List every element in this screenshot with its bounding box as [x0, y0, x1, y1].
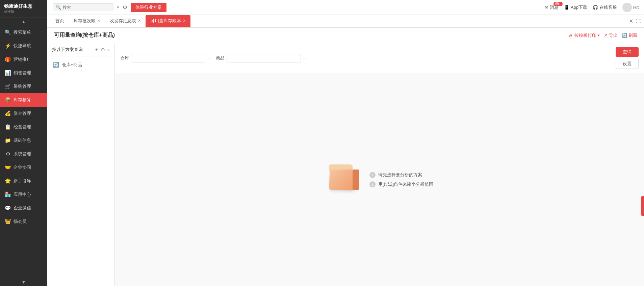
avatar-image	[622, 3, 632, 12]
print-chevron-icon: ▾	[598, 33, 600, 37]
topbar-dropdown-icon[interactable]: ▾	[117, 5, 119, 10]
print-template-button[interactable]: 🖨 按模板打印 ▾	[569, 32, 600, 38]
tab-available-ledger-label: 可用量库存账本	[150, 18, 181, 24]
filter-list: 🔄 仓库+商品	[47, 56, 114, 286]
sidebar-item-inventory[interactable]: 📦 库存核算	[0, 93, 47, 107]
sidebar-item-finance[interactable]: 💰 资金管理	[0, 107, 47, 120]
message-button[interactable]: ✉ 消息 99+	[545, 4, 559, 10]
sidebar-label-sales: 销售管理	[14, 70, 31, 76]
sidebar-item-member[interactable]: 👑 畅会员	[0, 215, 47, 228]
topbar-search-icon: 🔍	[56, 5, 61, 10]
filter-settings-icon[interactable]: ⊙	[101, 47, 105, 52]
export-label: 导出	[609, 32, 618, 38]
cooperation-icon: 🤝	[5, 164, 11, 171]
sidebar-item-purchase[interactable]: 🛒 采购管理	[0, 80, 47, 93]
refresh-label: 刷新	[628, 32, 637, 38]
refresh-icon: 🔄	[622, 33, 627, 38]
sidebar-label-search: 搜索菜单	[14, 29, 31, 35]
sidebar-label-app-center: 应用中心	[14, 191, 31, 198]
customer-service-button[interactable]: 🎧 在线客服	[593, 4, 617, 10]
sidebar-label-inventory: 库存核算	[14, 97, 31, 103]
empty-state: 1 请先选择要分析的方案 2 用[过滤]条件来缩小分析范围	[115, 73, 644, 286]
query-action-buttons: 查询 设置	[616, 47, 639, 69]
filter-item-warehouse-product[interactable]: 🔄 仓库+商品	[47, 59, 114, 71]
window-close-button[interactable]: ✕	[629, 18, 633, 24]
search-icon: 🔍	[5, 29, 11, 35]
filter-add-icon[interactable]: ＋	[94, 47, 99, 53]
tab-available-ledger-close[interactable]: ✕	[183, 19, 186, 23]
hint-text-1: 请先选择要分析的方案	[378, 172, 422, 178]
sidebar-item-marketing[interactable]: 🎁 营销推广	[0, 53, 47, 66]
customer-service-label: 在线客服	[599, 4, 617, 10]
sidebar-item-cooperation[interactable]: 🤝 企业协同	[0, 161, 47, 174]
sidebar-label-purchase: 采购管理	[14, 83, 31, 89]
newbie-icon: 🌟	[5, 178, 11, 184]
sidebar-item-newbie[interactable]: 🌟 新手引导	[0, 174, 47, 188]
sidebar-item-operations[interactable]: 📋 经营管理	[0, 120, 47, 134]
window-expand-button[interactable]: ⛶	[636, 19, 641, 24]
sidebar-item-app-center[interactable]: 🏪 应用中心	[0, 188, 47, 201]
filter-collapse-icon[interactable]: «	[107, 47, 110, 52]
sidebar-nav: 🔍 搜索菜单 ⚡ 快捷导航 🎁 营销推广 📊 销售管理 🛒 采购管理 📦 库存核…	[0, 26, 47, 278]
app-logo: 畅康通好生意 标准版	[0, 0, 47, 18]
topbar-search-box[interactable]: 🔍	[53, 3, 113, 11]
product-input[interactable]	[227, 54, 301, 62]
app-download-button[interactable]: 📱 App下载	[564, 4, 587, 10]
sidebar-item-sales[interactable]: 📊 销售管理	[0, 66, 47, 80]
topbar-gear-icon[interactable]: ⚙	[123, 4, 127, 10]
page-title: 可用量查询(按仓库+商品)	[54, 32, 115, 39]
print-template-label: 按模板打印	[574, 32, 596, 38]
app-edition: 标准版	[4, 9, 43, 14]
sidebar-scroll-down[interactable]: ▼	[0, 278, 47, 286]
empty-hint-1: 1 请先选择要分析的方案	[369, 172, 433, 178]
empty-hints: 1 请先选择要分析的方案 2 用[过滤]条件来缩小分析范围	[369, 172, 433, 187]
page-actions: 🖨 按模板打印 ▾ ↗ 导出 🔄 刷新	[569, 32, 637, 38]
sidebar-label-operations: 经营管理	[14, 124, 31, 130]
sidebar-scroll-up[interactable]: ▲	[0, 18, 47, 26]
user-avatar[interactable]: Rit	[622, 3, 639, 12]
marketing-icon: 🎁	[5, 56, 11, 62]
filter-item-label: 仓库+商品	[62, 62, 82, 68]
tab-window-controls: ✕ ⛶	[629, 18, 641, 24]
sidebar-label-cooperation: 企业协同	[14, 164, 31, 171]
message-badge: 99+	[553, 2, 563, 6]
sidebar-label-finance: 资金管理	[14, 110, 31, 116]
sidebar-item-basic[interactable]: 📁 基础信息	[0, 134, 47, 147]
warehouse-input[interactable]	[131, 54, 205, 62]
tab-batch-ledger[interactable]: 库存批次账 ✕	[69, 15, 105, 27]
tab-batch-ledger-close[interactable]: ✕	[97, 19, 100, 23]
user-name: Rit	[633, 5, 639, 10]
tab-receive-summary[interactable]: 收发存汇总表 ✕	[105, 15, 146, 27]
trial-industry-button[interactable]: 体验行业方案	[131, 3, 166, 12]
product-more-icon[interactable]: ···	[303, 55, 307, 61]
basic-icon: 📁	[5, 137, 11, 144]
system-icon: ⚙	[5, 151, 11, 157]
print-icon: 🖨	[569, 33, 573, 38]
query-panel: 仓库 ··· 商品 ··· 查询 设置	[115, 43, 644, 286]
member-icon: 👑	[5, 218, 11, 225]
empty-illustration	[326, 163, 359, 197]
sidebar-item-system[interactable]: ⚙ 系统管理	[0, 147, 47, 161]
sidebar-item-quick-nav[interactable]: ⚡ 快捷导航	[0, 39, 47, 53]
sales-icon: 📊	[5, 70, 11, 76]
tab-home[interactable]: 首页	[51, 15, 69, 27]
refresh-button[interactable]: 🔄 刷新	[622, 32, 637, 38]
sidebar-item-wechat[interactable]: 💬 企业微信	[0, 201, 47, 215]
settings-button[interactable]: 设置	[616, 59, 639, 69]
content-area: 按以下方案查询 ＋ ⊙ « 🔄 仓库+商品 仓库	[47, 43, 644, 286]
topbar-search-input[interactable]	[63, 5, 103, 10]
tab-available-ledger[interactable]: 可用量库存账本 ✕	[146, 15, 190, 27]
warehouse-label: 仓库	[120, 55, 129, 61]
page-header: 可用量查询(按仓库+商品) 🖨 按模板打印 ▾ ↗ 导出 🔄 刷新	[47, 28, 644, 43]
box-side-face	[353, 170, 359, 190]
export-button[interactable]: ↗ 导出	[604, 32, 618, 38]
query-button[interactable]: 查询	[616, 47, 639, 57]
tab-batch-ledger-label: 库存批次账	[74, 18, 96, 24]
warehouse-more-icon[interactable]: ···	[207, 55, 212, 61]
tab-receive-summary-close[interactable]: ✕	[138, 19, 141, 23]
app-center-icon: 🏪	[5, 191, 11, 198]
filter-title: 按以下方案查询	[52, 47, 83, 53]
sidebar-item-search[interactable]: 🔍 搜索菜单	[0, 26, 47, 39]
sidebar-label-newbie: 新手引导	[14, 178, 31, 184]
main-area: 🔍 ▾ ⚙ 体验行业方案 ✉ 消息 99+ 📱 App下载 🎧 在线客服 Rit	[47, 0, 644, 286]
